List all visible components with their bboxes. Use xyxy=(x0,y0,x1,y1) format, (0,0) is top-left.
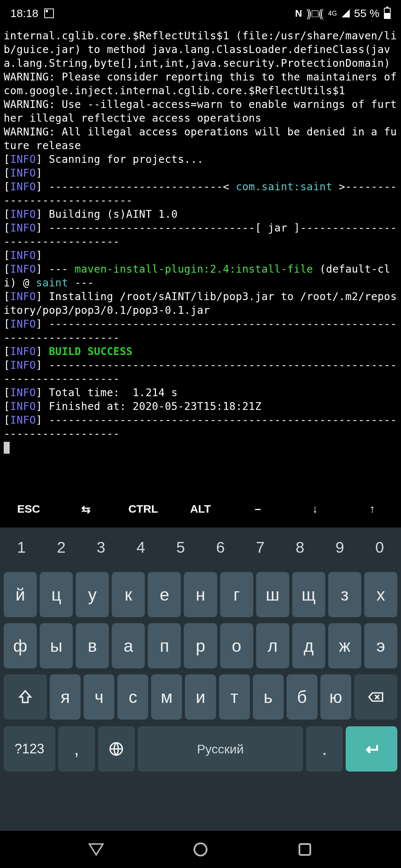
shift-key[interactable] xyxy=(4,674,47,720)
soft-keyboard: 1 2 3 4 5 6 7 8 9 0 й ц у к е н г ш щ з … xyxy=(0,527,401,831)
key-letter[interactable]: г xyxy=(220,572,253,617)
alt-key[interactable]: ALT xyxy=(172,503,229,515)
tab-key[interactable]: ⇆ xyxy=(57,503,114,516)
nfc-icon: N xyxy=(295,8,302,19)
key-4[interactable]: 4 xyxy=(121,539,161,556)
info-tag: INFO xyxy=(10,249,36,262)
key-letter[interactable]: т xyxy=(219,674,250,720)
key-7[interactable]: 7 xyxy=(240,539,280,556)
terminal-text: ----------------------------------------… xyxy=(4,318,397,344)
terminal-text: Building (s)AINT 1.0 xyxy=(42,208,178,220)
status-bar: 18:18 N ⸩□⸨ 4G 55 % xyxy=(0,0,401,27)
language-key[interactable] xyxy=(98,726,135,772)
info-tag: INFO xyxy=(10,345,36,358)
key-2[interactable]: 2 xyxy=(41,539,81,556)
key-0[interactable]: 0 xyxy=(360,539,400,556)
recent-icon[interactable] xyxy=(297,841,313,858)
ctrl-key[interactable]: CTRL xyxy=(115,503,172,515)
network-type: 4G xyxy=(328,10,337,17)
info-tag: INFO xyxy=(10,400,36,412)
terminal-text: Total time: 1.214 s xyxy=(42,387,178,399)
backspace-icon xyxy=(368,689,384,705)
key-letter[interactable]: з xyxy=(328,572,361,617)
key-letter[interactable]: ч xyxy=(84,674,114,720)
info-tag: INFO xyxy=(10,208,36,220)
key-9[interactable]: 9 xyxy=(320,539,360,556)
key-letter[interactable]: б xyxy=(287,674,317,720)
svg-point-1 xyxy=(195,844,207,856)
key-letter[interactable]: у xyxy=(76,572,109,617)
key-letter[interactable]: а xyxy=(112,623,145,668)
enter-icon xyxy=(362,740,381,758)
battery-icon xyxy=(384,8,391,19)
info-tag: INFO xyxy=(10,414,36,426)
comma-key[interactable]: , xyxy=(58,726,95,772)
key-letter[interactable]: ж xyxy=(328,623,361,668)
key-letter[interactable]: н xyxy=(184,572,217,617)
terminal-text: --- xyxy=(68,277,94,289)
plugin-name: maven-install-plugin:2.4:install-file xyxy=(75,263,313,275)
home-icon[interactable] xyxy=(192,841,209,858)
key-letter[interactable]: к xyxy=(112,572,145,617)
symbols-key[interactable]: ?123 xyxy=(4,726,55,772)
shift-icon xyxy=(17,689,33,705)
key-letter[interactable]: м xyxy=(151,674,182,720)
terminal-text: Scanning for projects... xyxy=(42,153,203,165)
key-letter[interactable]: ф xyxy=(4,623,37,668)
terminal-text: ----------------------------------------… xyxy=(4,414,397,440)
terminal-text: Finished at: 2020-05-23T15:18:21Z xyxy=(42,400,261,412)
back-icon[interactable] xyxy=(88,841,104,858)
signal-icon xyxy=(342,9,350,17)
svg-rect-2 xyxy=(299,844,310,855)
key-5[interactable]: 5 xyxy=(161,539,200,556)
app-indicator-icon xyxy=(44,9,54,18)
spacebar[interactable]: Русский xyxy=(138,726,303,772)
key-letter[interactable]: л xyxy=(256,623,289,668)
key-letter[interactable]: й xyxy=(4,572,37,617)
key-letter[interactable]: х xyxy=(364,572,397,617)
key-letter[interactable]: э xyxy=(364,623,397,668)
terminal-text: ---------------------------< xyxy=(42,181,236,193)
key-letter[interactable]: ш xyxy=(256,572,289,617)
enter-key[interactable] xyxy=(346,726,397,772)
key-letter[interactable]: в xyxy=(76,623,109,668)
terminal-text: ----------------------------------------… xyxy=(4,359,397,385)
key-letter[interactable]: е xyxy=(148,572,181,617)
dash-key[interactable]: – xyxy=(229,503,286,515)
key-letter[interactable]: и xyxy=(185,674,216,720)
terminal-output[interactable]: internal.cglib.core.$ReflectUtils$1 (fil… xyxy=(0,27,401,490)
period-key[interactable]: . xyxy=(306,726,343,772)
esc-key[interactable]: ESC xyxy=(0,503,57,515)
key-letter[interactable]: с xyxy=(117,674,148,720)
key-letter[interactable]: ь xyxy=(253,674,284,720)
battery-percent: 55 % xyxy=(354,7,379,20)
key-letter[interactable]: п xyxy=(148,623,181,668)
info-tag: INFO xyxy=(10,387,36,399)
key-letter[interactable]: я xyxy=(50,674,81,720)
vibrate-icon: ⸩□⸨ xyxy=(306,7,323,20)
key-letter[interactable]: р xyxy=(184,623,217,668)
terminal-text: --- xyxy=(42,263,75,275)
plugin-target: saint xyxy=(36,277,68,289)
info-tag: INFO xyxy=(10,167,36,179)
up-key[interactable]: ↑ xyxy=(344,503,401,515)
key-8[interactable]: 8 xyxy=(280,539,320,556)
terminal-line: WARNING: All illegal access operations w… xyxy=(4,126,397,152)
backspace-key[interactable] xyxy=(354,674,397,720)
key-letter[interactable]: о xyxy=(220,623,253,668)
terminal-text: --------------------------------[ jar ]-… xyxy=(4,222,397,248)
navigation-bar xyxy=(0,831,401,868)
key-1[interactable]: 1 xyxy=(1,539,41,556)
terminal-line: internal.cglib.core.$ReflectUtils$1 (fil… xyxy=(4,30,397,69)
terminal-line: WARNING: Use --illegal-access=warn to en… xyxy=(4,98,397,124)
project-id: com.saint:saint xyxy=(236,181,332,193)
key-6[interactable]: 6 xyxy=(200,539,240,556)
key-letter[interactable]: щ xyxy=(292,572,325,617)
key-letter[interactable]: ц xyxy=(40,572,73,617)
down-key[interactable]: ↓ xyxy=(286,503,343,515)
info-tag: INFO xyxy=(10,153,36,165)
key-letter[interactable]: д xyxy=(292,623,325,668)
key-letter[interactable]: ы xyxy=(40,623,73,668)
key-3[interactable]: 3 xyxy=(81,539,121,556)
key-letter[interactable]: ю xyxy=(320,674,351,720)
